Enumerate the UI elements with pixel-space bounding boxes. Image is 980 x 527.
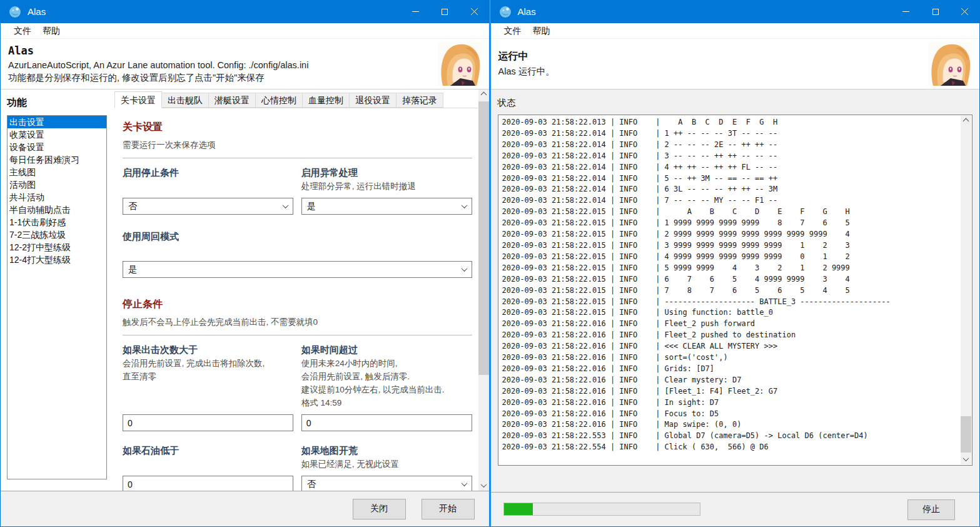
if-time-input[interactable] xyxy=(301,414,472,431)
sidebar-item[interactable]: 12-4打大型练级 xyxy=(8,253,106,266)
maximize-button[interactable] xyxy=(921,0,950,23)
menu-file[interactable]: 文件 xyxy=(8,23,37,39)
tab-item[interactable]: 出击舰队 xyxy=(162,93,209,108)
log-line: 2020-09-03 21:58:22.553 | INFO | Global … xyxy=(502,431,961,442)
chevron-down-icon xyxy=(461,265,467,272)
log-line: 2020-09-03 21:58:22.014 | INFO | 7 -- --… xyxy=(502,195,961,207)
sidebar: 功能 出击设置收菜设置设备设置每日任务困难演习主线图活动图共斗活动半自动辅助点击… xyxy=(1,90,112,491)
status-area: 状态 2020-09-03 21:58:22.013 | INFO | A B … xyxy=(491,90,980,492)
log-line: 2020-09-03 21:58:22.016 | INFO | Fleet_2… xyxy=(502,319,961,330)
sidebar-item[interactable]: 收菜设置 xyxy=(8,128,106,141)
alas-logo-icon xyxy=(499,6,512,18)
log-line: 2020-09-03 21:58:22.016 | INFO | In sigh… xyxy=(502,397,961,409)
log-line: 2020-09-03 21:58:22.015 | INFO | 6 7 6 5… xyxy=(502,274,961,285)
if-map-select[interactable]: 否 xyxy=(301,476,472,491)
avatar xyxy=(438,42,482,86)
scrollbar-track[interactable] xyxy=(961,126,971,454)
scroll-down-arrow-icon[interactable] xyxy=(961,454,971,464)
sidebar-item[interactable]: 主线图 xyxy=(8,166,106,178)
log-line: 2020-09-03 21:58:22.015 | INFO | 2 9999 … xyxy=(502,229,961,240)
tab-item[interactable]: 掉落记录 xyxy=(397,93,443,108)
close-button[interactable] xyxy=(460,0,489,23)
close-settings-button[interactable]: 关闭 xyxy=(353,499,406,519)
log-line: 2020-09-03 21:58:22.554 | INFO | Click (… xyxy=(502,442,961,453)
start-button[interactable]: 开始 xyxy=(422,499,475,519)
stop-button[interactable]: 停止 xyxy=(907,499,955,520)
function-list[interactable]: 出击设置收菜设置设备设置每日任务困难演习主线图活动图共斗活动半自动辅助点击1-1… xyxy=(7,115,107,479)
sidebar-item[interactable]: 设备设置 xyxy=(8,141,106,153)
scroll-up-arrow-icon[interactable] xyxy=(478,90,489,100)
desktop: Alas 文件 帮助 Alas AzurLaneAutoScript, An A… xyxy=(0,0,980,527)
scrollbar-thumb[interactable] xyxy=(478,101,489,375)
label-enable-stop: 启用停止条件 xyxy=(123,166,293,180)
divider xyxy=(123,335,472,335)
sidebar-item[interactable]: 活动图 xyxy=(8,178,106,191)
menu-file[interactable]: 文件 xyxy=(498,23,527,39)
scrollbar-track[interactable] xyxy=(478,100,489,480)
close-button[interactable] xyxy=(950,0,979,23)
tab-active[interactable]: 关卡设置 xyxy=(114,91,162,108)
if-count-input[interactable] xyxy=(123,414,293,431)
log-line: 2020-09-03 21:58:22.015 | INFO | 4 9999 … xyxy=(502,252,961,263)
scroll-down-arrow-icon[interactable] xyxy=(478,480,489,491)
tab-strip: 关卡设置出击舰队潜艇设置心情控制血量控制退役设置掉落记录 xyxy=(114,91,478,108)
scrollbar-vertical[interactable] xyxy=(961,116,971,464)
avatar xyxy=(928,42,972,86)
maximize-button[interactable] xyxy=(430,0,460,23)
loop-mode-select[interactable]: 是 xyxy=(123,261,472,278)
menu-help[interactable]: 帮助 xyxy=(37,23,66,39)
sidebar-heading: 功能 xyxy=(7,96,107,110)
settings-panel: 关卡设置 需要运行一次来保存选项 启用停止条件 启用异常处理 处理部分异常, 运… xyxy=(114,121,478,491)
app-hint: 功能都是分别保存和运行的, 修改设置后别忘了点击"开始"来保存 xyxy=(8,71,438,84)
sidebar-item[interactable]: 出击设置 xyxy=(8,116,106,128)
chevron-down-icon xyxy=(282,202,288,208)
log-line: 2020-09-03 21:58:22.014 | INFO | 3 -- --… xyxy=(502,151,961,162)
log-line: 2020-09-03 21:58:22.015 | INFO | 1 9999 … xyxy=(502,218,961,229)
status-label: 状态 xyxy=(498,97,973,109)
tab-item[interactable]: 潜艇设置 xyxy=(209,93,256,108)
app-header: Alas AzurLaneAutoScript, An Azur Lane au… xyxy=(1,39,489,90)
log-line: 2020-09-03 21:58:22.016 | INFO | [Fleet_… xyxy=(502,386,961,397)
log-line: 2020-09-03 21:58:22.016 | INFO | Focus t… xyxy=(502,409,961,420)
sidebar-item[interactable]: 半自动辅助点击 xyxy=(8,203,106,216)
desc-if-map: 如果已经满足, 无视此设置 xyxy=(301,458,472,471)
if-oil-input[interactable] xyxy=(123,476,293,491)
divider xyxy=(123,158,472,158)
label-if-oil: 如果石油低于 xyxy=(123,444,293,458)
log-line: 2020-09-03 21:58:22.016 | INFO | sort=('… xyxy=(502,352,961,364)
menu-help[interactable]: 帮助 xyxy=(527,23,556,39)
tab-item[interactable]: 血量控制 xyxy=(303,93,350,108)
titlebar[interactable]: Alas xyxy=(491,0,980,23)
scrollbar-vertical[interactable] xyxy=(478,90,489,491)
tab-item[interactable]: 心情控制 xyxy=(256,93,303,108)
section-title-stage: 关卡设置 xyxy=(123,121,472,134)
label-if-map: 如果地图开荒 xyxy=(301,444,472,458)
sidebar-item[interactable]: 每日任务困难演习 xyxy=(8,153,106,166)
app-subtitle: AzurLaneAutoScript, An Azur Lane automat… xyxy=(8,59,438,71)
scrollbar-thumb[interactable] xyxy=(961,416,971,453)
enable-stop-select[interactable]: 否 xyxy=(123,198,293,215)
log-line: 2020-09-03 21:58:22.016 | INFO | Fleet_2… xyxy=(502,330,961,341)
run-status-line: Alas 运行中。 xyxy=(498,65,929,78)
desc-enable-exception: 处理部分异常, 运行出错时撤退 xyxy=(301,180,472,193)
log-box[interactable]: 2020-09-03 21:58:22.013 | INFO | A B C D… xyxy=(498,115,973,466)
sidebar-item[interactable]: 1-1伏击刷好感 xyxy=(8,216,106,228)
tab-item[interactable]: 退役设置 xyxy=(350,93,397,108)
settings-footer: 关闭 开始 xyxy=(1,491,489,526)
label-if-count: 如果出击次数大于 xyxy=(123,343,293,357)
scroll-up-arrow-icon[interactable] xyxy=(961,116,971,126)
log-line: 2020-09-03 21:58:22.015 | INFO | 7 8 7 6… xyxy=(502,285,961,297)
minimize-button[interactable] xyxy=(401,0,430,23)
minimize-button[interactable] xyxy=(891,0,921,23)
enable-exception-select[interactable]: 是 xyxy=(301,198,472,215)
progress-bar-fill xyxy=(504,503,533,515)
section-title-stop: 停止条件 xyxy=(123,298,472,311)
label-enable-exception: 启用异常处理 xyxy=(301,166,472,180)
sidebar-item[interactable]: 共斗活动 xyxy=(8,191,106,203)
sidebar-item[interactable]: 7-2三战拣垃圾 xyxy=(8,228,106,241)
settings-main: 关卡设置出击舰队潜艇设置心情控制血量控制退役设置掉落记录 关卡设置 需要运行一次… xyxy=(112,90,489,491)
sidebar-item[interactable]: 12-2打中型练级 xyxy=(8,241,106,253)
titlebar[interactable]: Alas xyxy=(1,0,489,23)
runner-window: Alas 文件 帮助 运行中 Alas 运行中。 xyxy=(490,0,980,527)
section-desc-stop: 触发后不会马上停止会先完成当前出击, 不需要就填0 xyxy=(123,317,472,328)
